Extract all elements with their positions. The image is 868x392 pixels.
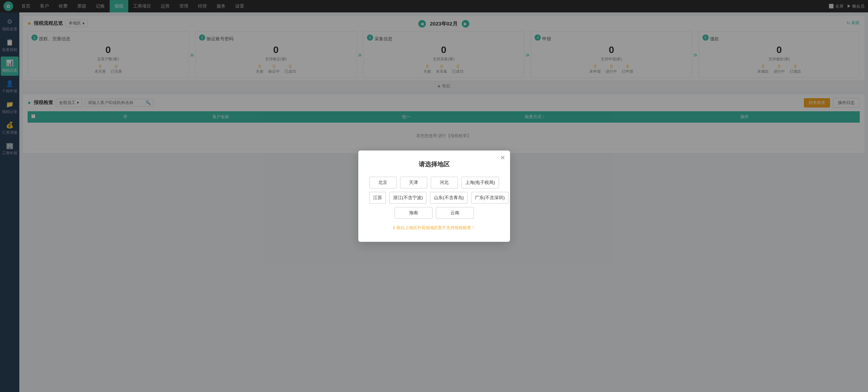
region-select-modal: ✕ 请选择地区 北京 天津 河北 上海(电子税局) 江苏 浙江(不含宁波) 山东…: [358, 151, 510, 242]
region-btn-hainan[interactable]: 海南: [395, 207, 432, 219]
warning-icon: ℹ: [393, 225, 395, 230]
region-btn-guangdong[interactable]: 广东(不含深圳): [471, 192, 509, 204]
region-row-2: 江苏 浙江(不含宁波) 山东(不含青岛) 广东(不含深圳): [369, 192, 499, 204]
region-row-3: 海南 云南: [369, 207, 499, 219]
region-btn-tianjin[interactable]: 天津: [400, 177, 427, 188]
region-btn-beijing[interactable]: 北京: [369, 177, 397, 188]
modal-close-button[interactable]: ✕: [500, 155, 505, 161]
region-btn-hebei[interactable]: 河北: [431, 177, 458, 188]
region-btn-jiangsu[interactable]: 江苏: [369, 192, 386, 204]
warning-text: 除以上地区外其他地区暂不支持报税检查！: [397, 225, 475, 231]
warning-message: ℹ 除以上地区外其他地区暂不支持报税检查！: [369, 225, 499, 231]
region-row-1: 北京 天津 河北 上海(电子税局): [369, 177, 499, 188]
region-btn-shandong[interactable]: 山东(不含青岛): [430, 192, 468, 204]
region-btn-yunnan[interactable]: 云南: [436, 207, 474, 219]
region-btn-shanghai[interactable]: 上海(电子税局): [461, 177, 499, 188]
region-btn-zhejiang[interactable]: 浙江(不含宁波): [389, 192, 427, 204]
modal-overlay[interactable]: ✕ 请选择地区 北京 天津 河北 上海(电子税局) 江苏 浙江(不含宁波) 山东…: [0, 0, 868, 392]
modal-title: 请选择地区: [369, 160, 499, 168]
